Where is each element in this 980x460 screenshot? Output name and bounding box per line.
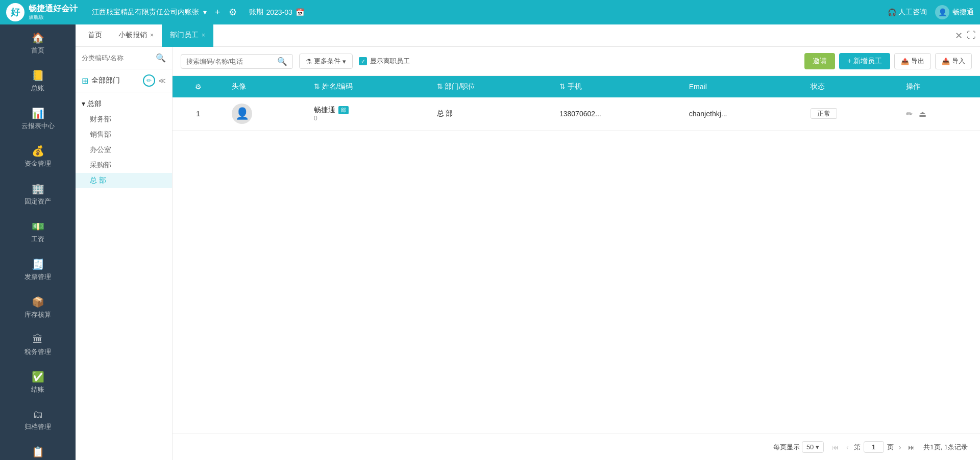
import-button[interactable]: 📥 导入 (935, 53, 972, 69)
sidebar-label-reports: 云报表中心 (21, 121, 55, 131)
sidebar-item-salary[interactable]: 💵 工资 (0, 213, 76, 251)
col-phone[interactable]: ⇅ 手机 (551, 76, 681, 97)
employee-data-table: ⚙ 头像 ⇅ 姓名/编码 ⇅ 部门/职位 ⇅ 手机 Email 状态 操作 (173, 76, 980, 131)
show-resigned-checkbox[interactable]: ✓ (359, 57, 367, 65)
tab-close-all-button[interactable]: ✕ (955, 30, 963, 41)
tab-expand-button[interactable]: ⛶ (967, 30, 976, 41)
header-right: 🎧 人工咨询 👤 畅捷通 (888, 5, 974, 19)
tab-dept-employee-close[interactable]: × (202, 32, 205, 39)
dept-search-area: 🔍 (76, 47, 172, 69)
import-icon: 📥 (942, 58, 950, 65)
home-icon: 🏠 (32, 32, 44, 44)
dept-sidebar: 🔍 ⊞ 全部部门 ✏ ≪ ▾ 总部 财务部 销售部 办公室 采购部 总 部 (76, 47, 173, 460)
edit-button[interactable]: ✏ (906, 109, 913, 119)
export-icon: 📤 (901, 58, 909, 65)
page-size-label: 每页显示 (773, 443, 800, 452)
calendar-icon[interactable]: 📅 (296, 8, 304, 16)
consult-button[interactable]: 🎧 人工咨询 (888, 8, 927, 17)
page-size-chevron: ▾ (816, 443, 819, 451)
assets-icon: 🏢 (32, 183, 44, 195)
sidebar-label-settle: 结账 (31, 385, 44, 394)
employee-search-box: 🔍 (181, 54, 293, 69)
sidebar-item-archive[interactable]: 🗂 归档管理 (0, 401, 76, 439)
row-actions-cell: ✏ ⏏ (898, 97, 980, 131)
tab-xiaochangbaoxiao-label: 小畅报销 (118, 31, 147, 40)
avatar-icon: 👤 (235, 107, 249, 120)
row-phone-cell: 138070602... (551, 97, 681, 131)
tab-xiaochangbaoxiao-close[interactable]: × (150, 32, 154, 39)
sidebar-item-reports[interactable]: 📊 云报表中心 (0, 100, 76, 138)
header-settings-button[interactable]: ⚙ (229, 7, 237, 18)
show-resigned-label: 显示离职员工 (370, 57, 410, 66)
employee-name: 畅捷通 部 (314, 106, 420, 115)
dept-search-icon[interactable]: 🔍 (156, 53, 166, 63)
page-size-dropdown[interactable]: 50 ▾ (802, 441, 824, 453)
invite-button[interactable]: 邀请 (804, 53, 835, 69)
dept-caiwu[interactable]: 财务部 (76, 112, 172, 127)
col-dept-role[interactable]: ⇅ 部门/职位 (429, 76, 551, 97)
sidebar-item-assets[interactable]: 🏢 固定资产 (0, 175, 76, 213)
employee-search-input[interactable] (186, 58, 274, 65)
employee-search-icon[interactable]: 🔍 (277, 57, 287, 66)
dept-collapse-button[interactable]: ≪ (158, 76, 166, 85)
dept-bangongshi[interactable]: 办公室 (76, 142, 172, 158)
tab-dept-employee[interactable]: 部门员工 × (162, 24, 213, 47)
sidebar-item-settle[interactable]: ✅ 结账 (0, 364, 76, 401)
sidebar-item-capital[interactable]: 💰 资金管理 (0, 138, 76, 175)
header-period: 账期 2023-03 📅 (249, 8, 304, 17)
page-size-value: 50 (806, 443, 814, 451)
user-menu[interactable]: 👤 畅捷通 (935, 5, 974, 19)
sidebar-label-home: 首页 (31, 46, 44, 55)
table-header-row: ⚙ 头像 ⇅ 姓名/编码 ⇅ 部门/职位 ⇅ 手机 Email 状态 操作 (173, 76, 980, 97)
settle-icon: ✅ (32, 371, 44, 383)
toolbar-right: 邀请 + 新增员工 📤 导出 📥 导入 (804, 53, 972, 69)
app-title: 畅捷通好会计 (29, 4, 78, 13)
tab-xiaochangbaoxiao[interactable]: 小畅报销 × (110, 24, 162, 47)
last-page-button[interactable]: ⏭ (906, 442, 917, 452)
prev-page-button[interactable]: ‹ (844, 442, 851, 452)
ledger-icon: 📒 (32, 69, 44, 82)
first-page-button[interactable]: ⏮ (830, 442, 841, 452)
filter-chevron-icon: ▾ (342, 58, 346, 65)
employee-name-area: 畅捷通 部 0 (314, 106, 420, 122)
company-dropdown-icon[interactable]: ▾ (203, 8, 207, 16)
app-subtitle: 旗舰版 (29, 14, 78, 21)
filter-button[interactable]: ⚗ 更多条件 ▾ (299, 54, 353, 69)
dept-caigou[interactable]: 采购部 (76, 158, 172, 173)
employee-phone: 138070602... (559, 110, 601, 118)
sidebar-label-ledger: 总账 (31, 84, 44, 93)
col-name-code[interactable]: ⇅ 姓名/编码 (306, 76, 428, 97)
dept-grid-icon: ⊞ (82, 76, 88, 86)
avatar: 👤 (935, 5, 949, 19)
tax-icon: 🏛 (33, 334, 43, 345)
header-add-button[interactable]: + (215, 7, 220, 18)
col-settings[interactable]: ⚙ (173, 76, 224, 97)
sidebar-item-invoice[interactable]: 🧾 发票管理 (0, 251, 76, 289)
sidebar-item-tax[interactable]: 🏛 税务管理 (0, 326, 76, 364)
dept-search-input[interactable] (82, 54, 152, 62)
sidebar-item-ledger[interactable]: 📒 总账 (0, 62, 76, 100)
import-label: 导入 (952, 57, 965, 66)
filter-label: 更多条件 (314, 57, 340, 66)
dept-zongbu[interactable]: ▾ 总部 (76, 96, 172, 112)
add-employee-button[interactable]: + 新增员工 (839, 53, 890, 69)
dept-edit-button[interactable]: ✏ (143, 74, 155, 87)
sidebar: 🏠 首页 📒 总账 📊 云报表中心 💰 资金管理 🏢 固定资产 💵 工资 🧾 发… (0, 24, 76, 460)
sidebar-label-capital: 资金管理 (24, 159, 51, 168)
export-button[interactable]: 📤 导出 (894, 53, 931, 69)
logout-button[interactable]: ⏏ (919, 109, 926, 119)
tab-home[interactable]: 首页 (80, 24, 110, 47)
dept-xiaoshou[interactable]: 销售部 (76, 127, 172, 142)
headset-icon: 🎧 (888, 8, 896, 16)
sidebar-item-home[interactable]: 🏠 首页 (0, 24, 76, 62)
page-label: 页 (887, 443, 894, 452)
main-layout: 🏠 首页 📒 总账 📊 云报表中心 💰 资金管理 🏢 固定资产 💵 工资 🧾 发… (0, 24, 980, 460)
next-page-button[interactable]: › (897, 442, 903, 452)
filter-icon: ⚗ (306, 58, 312, 65)
invoice-icon: 🧾 (32, 258, 44, 270)
sidebar-item-xiaochangbaoxiao[interactable]: 📋 小畅报销 (0, 439, 76, 460)
page-input[interactable] (864, 441, 884, 453)
dept-zongbu2[interactable]: 总 部 (76, 173, 172, 188)
sidebar-label-archive: 归档管理 (24, 422, 51, 431)
sidebar-item-inventory[interactable]: 📦 库存核算 (0, 289, 76, 326)
